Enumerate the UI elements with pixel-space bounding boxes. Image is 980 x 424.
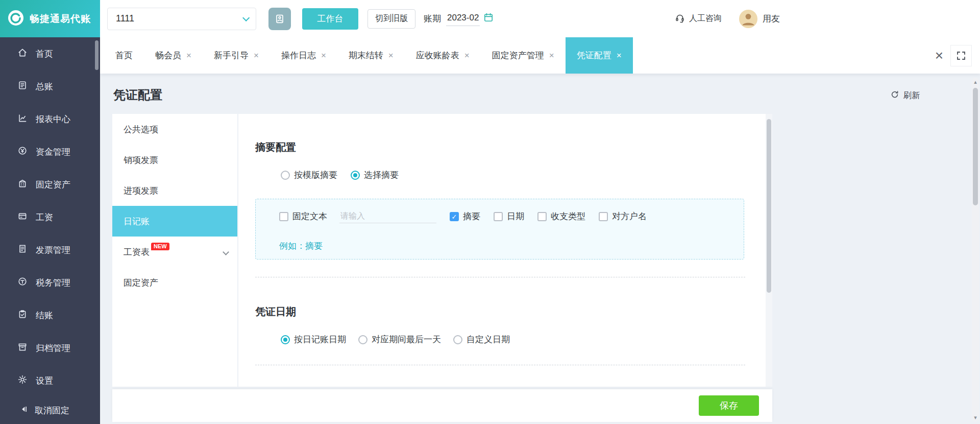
scroll-up-icon[interactable] [972,79,979,85]
company-select-value: 1111 [116,13,134,24]
tab-close-icon[interactable] [617,51,622,60]
tab-close-icon[interactable] [321,51,326,60]
tab-close-icon[interactable] [186,51,191,60]
voucher-date-radio-group: 按日记账日期 对应期间最后一天 自定义日期 [281,334,510,345]
sidebar-scrollbar[interactable] [95,40,99,70]
radio-custom-date[interactable]: 自定义日期 [453,334,510,345]
radio-label: 按模版摘要 [294,169,337,181]
id-card-icon-button[interactable] [268,8,291,30]
sidebar-item-closing[interactable]: 结账 [0,299,100,332]
accounting-period: 账期 2023-02 [424,12,494,26]
subnav-label: 工资表 [124,246,150,258]
tab-label: 首页 [115,50,133,61]
tab-member[interactable]: 畅会员 [144,37,203,74]
radio-icon [358,335,368,344]
tab-close-icon[interactable] [388,51,394,60]
subnav-item-purchase-invoice[interactable]: 进项发票 [112,175,237,206]
app-window: 畅捷通易代账 1111 工作台 切到旧版 账期 2023-02 人工咨询 [0,0,980,424]
sidebar-item-label: 税务管理 [36,277,70,289]
sidebar-item-label: 首页 [36,48,53,60]
sidebar-item-home[interactable]: 首页 [0,37,100,70]
checkbox-date[interactable]: 日期 [494,210,524,222]
top-header: 畅捷通易代账 1111 工作台 切到旧版 账期 2023-02 人工咨询 [0,0,980,37]
tab-receivable-aging[interactable]: 应收账龄表 [405,37,481,74]
workbench-button[interactable]: 工作台 [302,8,358,30]
period-label: 账期 [424,13,441,25]
main-sidebar: 首页 总账 报表中心 资金管理 固定资产 工资 发票管理 税务管理 [0,37,100,424]
tab-label: 新手引导 [214,50,249,61]
radio-journal-date[interactable]: 按日记账日期 [281,334,346,345]
live-support-link[interactable]: 人工咨询 [675,13,722,25]
checkbox-counterparty-name[interactable]: 对方户名 [599,210,647,222]
sidebar-item-settings[interactable]: 设置 [0,364,100,397]
sidebar-item-general-ledger[interactable]: 总账 [0,70,100,103]
sidebar-item-label: 发票管理 [36,244,70,256]
fullscreen-icon[interactable] [950,45,972,66]
sidebar-item-salary[interactable]: 工资 [0,201,100,233]
user-name[interactable]: 用友 [763,13,780,25]
user-avatar[interactable] [739,10,757,28]
tab-close-icon[interactable] [549,51,554,60]
sidebar-item-label: 归档管理 [36,342,70,354]
page-title: 凭证配置 [113,87,162,103]
subnav-item-fixed-assets[interactable]: 固定资产 [112,267,237,298]
tab-voucher-config[interactable]: 凭证配置 [566,37,633,74]
radio-icon [281,171,290,180]
sidebar-item-label: 报表中心 [36,113,70,125]
sidebar-item-invoice[interactable]: 发票管理 [0,233,100,266]
radio-period-last-day[interactable]: 对应期间最后一天 [358,334,441,345]
logo-icon [7,9,24,29]
radio-icon [281,335,290,344]
tab-label: 应收账龄表 [416,50,459,61]
tab-close-icon[interactable] [254,51,259,60]
save-button[interactable]: 保存 [699,395,759,416]
radio-label: 对应期间最后一天 [372,334,441,345]
tab-label: 畅会员 [155,50,181,61]
headset-icon [675,13,685,25]
section-divider [255,277,745,277]
subnav-item-journal[interactable]: 日记账 [112,206,237,237]
sidebar-item-archive[interactable]: 归档管理 [0,332,100,364]
sidebar-item-fixed-assets[interactable]: 固定资产 [0,168,100,201]
company-select[interactable]: 1111 [107,8,256,30]
sidebar-item-report-center[interactable]: 报表中心 [0,103,100,135]
settings-icon [17,374,28,387]
chevron-down-icon [223,249,229,255]
checkbox-label: 收支类型 [551,210,585,222]
scroll-down-icon[interactable] [972,414,979,421]
radio-select-summary[interactable]: 选择摘要 [351,169,399,181]
subnav-label: 公共选项 [124,124,158,135]
subnav-item-sales-invoice[interactable]: 销项发票 [112,145,237,175]
tab-period-end-carryover[interactable]: 期末结转 [337,37,405,74]
sidebar-item-tax[interactable]: 税务管理 [0,266,100,299]
main-content: 凭证配置 刷新 公共选项 销项发票 进项发票 日记账 工资表 NEW 固定资产 … [100,74,980,424]
subnav-item-common-options[interactable]: 公共选项 [112,114,237,145]
tab-close-icon[interactable] [464,51,470,60]
window-scrollbar[interactable] [973,88,978,205]
tab-fixed-assets-mgmt[interactable]: 固定资产管理 [481,37,566,74]
unpin-sidebar-button[interactable]: 取消固定 [0,399,100,421]
sidebar-item-label: 设置 [36,375,53,387]
tabbar-actions [935,37,980,74]
checkbox-summary[interactable]: 摘要 [450,210,480,222]
unpin-label: 取消固定 [35,405,69,416]
summary-example-text: 例如：摘要 [279,240,323,252]
sidebar-item-funds[interactable]: 资金管理 [0,135,100,168]
close-icon[interactable] [935,49,943,63]
panel-scrollbar[interactable] [767,119,771,293]
subnav-label: 日记账 [124,216,150,227]
tab-beginner-guide[interactable]: 新手引导 [203,37,270,74]
subnav-item-salary-sheet[interactable]: 工资表 NEW [112,237,237,267]
radio-template-summary[interactable]: 按模版摘要 [281,169,337,181]
switch-old-version-button[interactable]: 切到旧版 [368,9,415,29]
fixed-text-input[interactable] [339,209,436,223]
checkbox-fixed-text[interactable]: 固定文本 [279,210,327,222]
radio-label: 选择摘要 [364,169,399,181]
tab-home[interactable]: 首页 [104,37,144,74]
calendar-icon[interactable] [483,12,494,25]
period-value[interactable]: 2023-02 [446,12,480,26]
refresh-button[interactable]: 刷新 [890,90,920,101]
section-divider [255,365,745,365]
tab-operation-log[interactable]: 操作日志 [270,37,337,74]
checkbox-income-expense-type[interactable]: 收支类型 [537,210,585,222]
